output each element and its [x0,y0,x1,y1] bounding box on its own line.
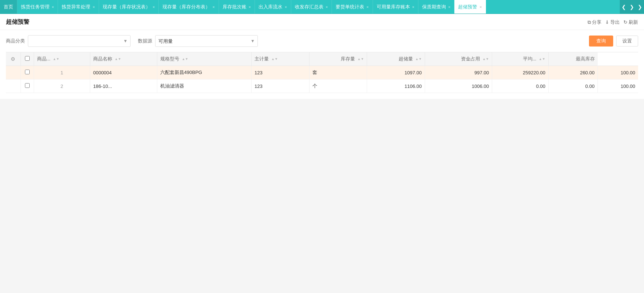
col-overstock-qty: 超储量 ▲▼ [367,52,425,66]
nav-item-overstock-warning[interactable]: 超储预警 × [454,0,486,14]
row-settings-cell [6,66,21,79]
query-button[interactable]: 查询 [589,36,613,47]
share-button[interactable]: ⧉ 分享 [588,19,601,26]
col-spec: 规格型号 ▲▼ [157,52,252,66]
table-body: 1 0000004 六配套新昌490BPG 123 套 1097.00 997.… [6,66,638,93]
col-checkbox [21,52,34,66]
row-product-name: 六配套新昌490BPG [157,66,252,79]
row-checkbox-0[interactable] [25,70,30,74]
sort-overstock-qty[interactable]: ▲▼ [415,58,422,61]
close-pkl-exception[interactable]: × [92,5,95,9]
row-avg: 0.00 [548,79,597,93]
col-product-name: 商品名称 ▲▼ [90,52,157,66]
table-row: 2 186-10... 机油滤清器 123 个 1106.00 1006.00 … [6,79,638,93]
sort-product-name[interactable]: ▲▼ [115,58,121,61]
datasource-select-wrapper: 可用量 ▼ [155,35,258,47]
row-product-code: 186-10... [90,79,157,93]
close-shelf-life[interactable]: × [448,5,450,9]
table-row: 1 0000004 六配套新昌490BPG 123 套 1097.00 997.… [6,66,638,79]
page-title: 超储预警 [6,18,29,26]
settings-button[interactable]: 设置 [616,36,638,47]
row-max-stock: 100.00 [598,79,638,93]
row-unit: 个 [309,79,367,93]
close-recv-summary[interactable]: × [326,5,328,9]
export-button[interactable]: ⇓ 导出 [605,19,620,26]
row-max-stock: 100.00 [598,66,638,79]
row-spec: 123 [252,66,310,79]
share-icon: ⧉ [588,19,591,25]
row-number: 2 [34,79,90,93]
nav-item-pkl-exception[interactable]: 拣货异常处理 × [58,0,99,14]
row-product-name: 机油滤清器 [157,79,252,93]
col-unit: 主计量 ▲▼ [252,52,310,66]
sort-stock-qty[interactable]: ▲▼ [358,58,364,61]
sort-unit[interactable]: ▲▼ [271,58,278,61]
gear-icon[interactable]: ⚙ [11,56,15,62]
col-product-code: 商品... ▲▼ [34,52,90,66]
row-stock-qty: 1097.00 [367,66,425,79]
nav-item-inventory-dist[interactable]: 现存量（库存分布表） × [159,0,219,14]
row-capital-occ: 259220.00 [492,66,549,79]
refresh-button[interactable]: ↻ 刷新 [623,19,638,26]
sort-product-code[interactable]: ▲▼ [53,58,59,61]
close-inventory-status[interactable]: × [153,5,155,9]
table-container: ⚙ 商品... ▲▼ 商品名称 ▲▼ 规格型号 ▲▼ [0,52,644,99]
row-checkbox-1[interactable] [25,83,30,88]
close-inventory-batch[interactable]: × [249,5,251,9]
row-settings-cell [6,79,21,93]
title-actions: ⧉ 分享 ⇓ 导出 ↻ 刷新 [588,19,638,26]
nav-next-button[interactable]: ❯ [628,0,636,14]
close-avail-ledger[interactable]: × [412,5,414,9]
nav-item-home[interactable]: 首页 [0,0,17,14]
row-number: 1 [34,66,90,79]
filter-area: 商品分类 ▼ 数据源 可用量 ▼ 查询 设置 [0,30,644,52]
row-stock-qty: 1106.00 [367,79,425,93]
filter-actions: 查询 设置 [589,36,638,47]
col-avg: 平均... ▲▼ [492,52,549,66]
refresh-icon: ↻ [623,19,627,25]
col-settings: ⚙ [6,52,21,66]
close-inventory-dist[interactable]: × [212,5,215,9]
sort-spec[interactable]: ▲▼ [182,58,189,61]
category-filter: 商品分类 ▼ [6,35,131,47]
row-checkbox-cell [21,66,34,79]
row-overstock-qty: 997.00 [425,66,492,79]
nav-item-inout-flow[interactable]: 出入库流水 × [255,0,291,14]
close-pkl-task[interactable]: × [52,5,54,9]
select-all-checkbox[interactable] [25,56,30,61]
top-nav: 首页 拣货任务管理 × 拣货异常处理 × 现存量（库存状况表） × 现存量（库存… [0,0,644,14]
col-capital-occ: 资金占用 ▲▼ [425,52,492,66]
nav-item-order-summary[interactable]: 要货单统计表 × [332,0,373,14]
nav-item-inventory-batch[interactable]: 库存批次账 × [219,0,255,14]
nav-item-avail-ledger[interactable]: 可用量库存账本 × [373,0,418,14]
datasource-label: 数据源 [138,38,152,44]
page-title-bar: 超储预警 ⧉ 分享 ⇓ 导出 ↻ 刷新 [0,14,644,30]
datasource-filter: 数据源 可用量 ▼ [138,35,258,47]
export-icon: ⇓ [605,19,609,25]
row-unit: 套 [309,66,367,79]
table-header-row: ⚙ 商品... ▲▼ 商品名称 ▲▼ 规格型号 ▲▼ [6,52,638,66]
nav-item-recv-summary[interactable]: 收发存汇总表 × [291,0,332,14]
col-stock-qty: 库存量 ▲▼ [309,52,367,66]
row-capital-occ: 0.00 [492,79,549,93]
close-overstock-warning[interactable]: × [479,5,482,9]
row-checkbox-cell [21,79,34,93]
page-container: 超储预警 ⧉ 分享 ⇓ 导出 ↻ 刷新 商品分类 ▼ [0,14,644,99]
category-label: 商品分类 [6,38,25,44]
row-product-code: 0000004 [90,66,157,79]
nav-arrows: ❮ ❯ ❯ [620,0,644,14]
nav-prev-button[interactable]: ❮ [620,0,628,14]
nav-item-shelf-life[interactable]: 保质期查询 × [418,0,454,14]
category-select-wrapper: ▼ [28,35,131,47]
category-select[interactable] [28,35,131,47]
sort-capital-occ[interactable]: ▲▼ [482,58,489,61]
datasource-select[interactable]: 可用量 [155,35,258,47]
close-inout-flow[interactable]: × [285,5,287,9]
nav-menu-button[interactable]: ❯ [636,0,644,14]
data-table: ⚙ 商品... ▲▼ 商品名称 ▲▼ 规格型号 ▲▼ [6,52,638,93]
sort-avg[interactable]: ▲▼ [539,58,545,61]
nav-item-inventory-status[interactable]: 现存量（库存状况表） × [99,0,159,14]
close-order-summary[interactable]: × [366,5,369,9]
row-spec: 123 [252,79,310,93]
nav-item-pkl-task[interactable]: 拣货任务管理 × [17,0,58,14]
